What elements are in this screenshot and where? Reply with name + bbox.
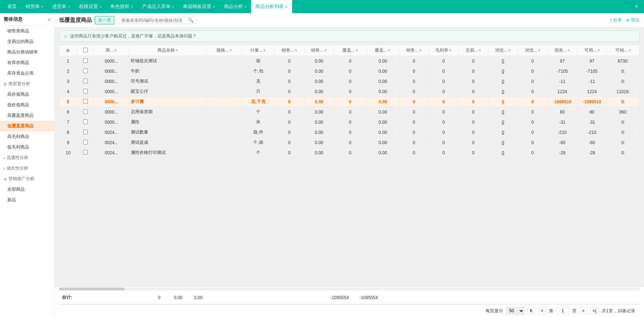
row-browse1[interactable]: 0 — [488, 148, 518, 158]
sort-icon-available[interactable]: ⇅ — [597, 49, 600, 52]
nav-permissions[interactable]: 权限设置 × — [75, 0, 106, 13]
row-browse1[interactable]: 0 — [488, 87, 518, 97]
row-checkbox[interactable] — [83, 130, 88, 134]
sidebar-item-low-coverage[interactable]: 低覆盖度商品 — [0, 121, 54, 131]
sidebar-section-liquidity[interactable]: › 流通性分析 — [0, 152, 54, 163]
nav-close-roles[interactable]: × — [131, 0, 133, 13]
row-checkbox[interactable] — [83, 89, 88, 94]
row-gross: 0 — [429, 107, 458, 117]
sidebar-item-in-stock[interactable]: 有库存商品 — [0, 58, 54, 68]
row-browse1[interactable]: 0 — [488, 127, 518, 138]
sidebar-section-marketing[interactable]: ∨ 营销推广分析 — [0, 174, 54, 184]
sidebar-section-category-analysis[interactable]: ∨ 类射置分析 — [0, 79, 54, 89]
sort-icon-browse1[interactable]: ⇅ — [508, 49, 511, 52]
total-cells: 0 0.00 0.00 -1095554 -1095554 — [150, 295, 640, 300]
nav-close-finished-goods[interactable]: × — [172, 0, 174, 13]
sidebar-item-low-margin[interactable]: 低毛利商品 — [0, 142, 54, 152]
sidebar-item-low-value[interactable]: 低价值商品 — [0, 100, 54, 110]
row-index: 8 — [59, 127, 77, 138]
sort-icon-browse2[interactable]: ⇅ — [538, 49, 541, 52]
sort-icon-sales-amt[interactable]: ⇅ — [324, 49, 327, 52]
row-browse1[interactable]: 0 — [488, 138, 518, 148]
row-browse1[interactable]: 0 — [488, 66, 518, 76]
nav-close-product-analysis[interactable]: × — [244, 0, 247, 13]
per-page-select[interactable]: 50 20 100 200 — [506, 307, 525, 315]
sort-icon-current[interactable]: ⇅ — [568, 49, 570, 52]
sidebar-item-high-coverage[interactable]: 高覆盖度商品 — [0, 110, 54, 121]
row-browse1[interactable]: 0 — [488, 56, 518, 66]
sort-icon-unit[interactable]: ⇅ — [263, 49, 266, 52]
sidebar-section-growth[interactable]: › 成长性分析 — [0, 163, 54, 174]
sidebar-item-high-margin[interactable]: 高毛利商品 — [0, 131, 54, 142]
nav-finished-goods[interactable]: 产成品入库单 × — [138, 0, 178, 13]
share-button[interactable]: ⤴ 分享 — [610, 17, 622, 23]
sidebar-item-category-sales-rate[interactable]: 商品分类动销率 — [0, 47, 54, 58]
sort-icon-code[interactable]: ⇅ — [114, 49, 117, 52]
page-last-button[interactable]: >| — [590, 307, 599, 314]
nav-home[interactable]: 首页 — [3, 0, 21, 13]
row-coverage2: 0.00 — [366, 56, 399, 66]
sort-icon-spec[interactable]: ⇅ — [229, 49, 232, 52]
row-checkbox[interactable] — [83, 58, 88, 63]
row-unit: 克 — [242, 76, 275, 87]
row-checkbox[interactable] — [83, 109, 88, 114]
row-browse1[interactable]: 0 — [488, 76, 518, 87]
search-icon[interactable]: 🔍 — [188, 18, 194, 23]
time-filter-button[interactable]: 近一月 — [95, 16, 114, 24]
nav-close-sales-order[interactable]: × — [41, 0, 43, 13]
nav-close-product-analysis-list[interactable]: × — [285, 0, 287, 13]
sort-icon-cov1[interactable]: ⇅ — [356, 49, 358, 52]
row-browse1[interactable]: 0 — [488, 107, 518, 117]
chevron-down-icon: ∨ — [4, 82, 7, 87]
sidebar-item-high-value[interactable]: 高价值商品 — [0, 89, 54, 100]
page-first-button[interactable]: K — [527, 307, 535, 314]
nav-product-analysis-list[interactable]: 商品分析列表 × — [251, 0, 292, 13]
row-coverage2: 0.00 — [366, 138, 399, 148]
row-checkbox[interactable] — [83, 150, 88, 155]
nav-close-purchase-order[interactable]: × — [68, 0, 70, 13]
table-row: 2 0000... 牛奶 个,包 0 0.00 0 0.00 0 0 0 0 0… — [59, 66, 640, 76]
sort-icon-sellable[interactable]: ⇅ — [628, 49, 631, 52]
export-button[interactable]: ⟳ 导出 — [626, 17, 640, 23]
sidebar-item-new-products[interactable]: 新品 — [0, 195, 54, 205]
settings-icon[interactable]: ⚙ — [66, 48, 70, 53]
sidebar-item-sales-products[interactable]: 销售类商品 — [0, 26, 54, 36]
row-current: -31 — [547, 117, 577, 127]
nav-roles[interactable]: 角色授权 × — [106, 0, 137, 13]
nav-product-analysis[interactable]: 商品分析 × — [220, 0, 251, 13]
sidebar-item-inventory-fund[interactable]: 库存资金占用 — [0, 68, 54, 79]
sort-icon-sales3[interactable]: ⇅ — [419, 49, 422, 52]
nav-purchase-order[interactable]: 进货单 × — [48, 0, 74, 13]
nav-template-settings[interactable]: 单据模板设置 × — [178, 0, 219, 13]
page-next-button[interactable]: > — [580, 307, 587, 314]
select-all-checkbox[interactable] — [83, 48, 88, 52]
sidebar-item-all-products[interactable]: 全部商品 — [0, 184, 54, 195]
sort-icon-gross[interactable]: ⇅ — [449, 49, 452, 52]
row-checkbox[interactable] — [83, 99, 88, 104]
row-browse1[interactable]: 0 — [488, 117, 518, 127]
sidebar-collapse-button[interactable]: « — [48, 16, 51, 22]
search-input[interactable] — [121, 18, 187, 23]
row-available: -31 — [577, 117, 606, 127]
row-index: 10 — [59, 148, 77, 158]
row-checkbox-cell — [77, 127, 94, 138]
sort-icon-cov2[interactable]: ⇅ — [388, 49, 390, 52]
nav-sales-order[interactable]: 销货单 × — [21, 0, 48, 13]
nav-close-template-settings[interactable]: × — [213, 0, 215, 13]
row-checkbox[interactable] — [83, 140, 88, 144]
row-spec — [206, 87, 242, 97]
page-prev-button[interactable]: < — [538, 307, 546, 314]
row-current: -210 — [547, 127, 577, 138]
page-number-input[interactable] — [556, 307, 569, 314]
row-coverage1: 0 — [334, 107, 367, 117]
row-checkbox[interactable] — [83, 79, 88, 83]
sort-icon-trade[interactable]: ⇅ — [479, 49, 481, 52]
sort-icon-name[interactable]: ⇅ — [176, 49, 178, 52]
nav-close-permissions[interactable]: × — [99, 0, 102, 13]
row-checkbox[interactable] — [83, 119, 88, 124]
row-checkbox[interactable] — [83, 68, 88, 73]
row-browse1[interactable]: 0 — [488, 97, 518, 107]
sidebar-item-traded-products[interactable]: 交易过的商品 — [0, 36, 54, 47]
close-all-tabs[interactable]: × — [632, 3, 641, 10]
sort-icon-sales-qty[interactable]: ⇅ — [295, 49, 297, 52]
